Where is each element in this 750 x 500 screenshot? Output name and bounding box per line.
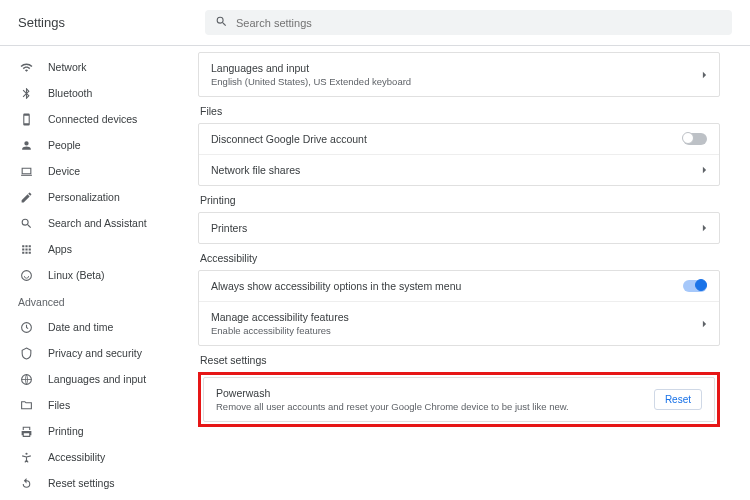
svg-point-3 xyxy=(25,452,27,454)
device-icon xyxy=(18,163,34,179)
a11y-panel: Always show accessibility options in the… xyxy=(198,270,720,346)
row-title: Powerwash xyxy=(216,387,654,399)
sidebar-item-device[interactable]: Device xyxy=(18,158,190,184)
folder-icon xyxy=(18,397,34,413)
sidebar: Network Bluetooth Connected devices Peop… xyxy=(0,46,190,500)
header: Settings xyxy=(0,0,750,46)
sidebar-item-label: Privacy and security xyxy=(48,347,142,359)
person-icon xyxy=(18,137,34,153)
chevron-right-icon xyxy=(702,69,707,81)
row-always-show-a11y[interactable]: Always show accessibility options in the… xyxy=(199,271,719,302)
toggle-always-a11y[interactable] xyxy=(683,280,707,292)
printer-icon xyxy=(18,423,34,439)
linux-icon xyxy=(18,267,34,283)
row-disconnect-drive[interactable]: Disconnect Google Drive account xyxy=(199,124,719,155)
search-icon xyxy=(215,15,228,30)
reset-button[interactable]: Reset xyxy=(654,389,702,410)
chevron-right-icon xyxy=(702,318,707,330)
main: Languages and inputEnglish (United State… xyxy=(190,46,750,500)
sidebar-item-printing[interactable]: Printing xyxy=(18,418,190,444)
sidebar-item-label: Search and Assistant xyxy=(48,217,147,229)
apps-icon xyxy=(18,241,34,257)
svg-point-0 xyxy=(21,270,31,280)
reset-panel: PowerwashRemove all user accounts and re… xyxy=(203,377,715,422)
row-languages[interactable]: Languages and inputEnglish (United State… xyxy=(199,53,719,96)
sidebar-item-privacy[interactable]: Privacy and security xyxy=(18,340,190,366)
sidebar-item-apps[interactable]: Apps xyxy=(18,236,190,262)
section-reset-heading: Reset settings xyxy=(200,354,720,366)
sidebar-item-label: Accessibility xyxy=(48,451,105,463)
sidebar-item-label: Network xyxy=(48,61,87,73)
row-title: Network file shares xyxy=(211,164,702,176)
bluetooth-icon xyxy=(18,85,34,101)
row-network-shares[interactable]: Network file shares xyxy=(199,155,719,185)
page-title: Settings xyxy=(18,15,65,30)
sidebar-item-personalization[interactable]: Personalization xyxy=(18,184,190,210)
row-powerwash: PowerwashRemove all user accounts and re… xyxy=(204,378,714,421)
files-panel: Disconnect Google Drive account Network … xyxy=(198,123,720,186)
sidebar-item-linux[interactable]: Linux (Beta) xyxy=(18,262,190,288)
search-wrap[interactable] xyxy=(205,10,732,35)
section-printing-heading: Printing xyxy=(200,194,720,206)
row-manage-a11y[interactable]: Manage accessibility featuresEnable acce… xyxy=(199,302,719,345)
row-sub: English (United States), US Extended key… xyxy=(211,76,702,87)
sidebar-item-label: Personalization xyxy=(48,191,120,203)
section-a11y-heading: Accessibility xyxy=(200,252,720,264)
row-title: Languages and input xyxy=(211,62,702,74)
search-input[interactable] xyxy=(236,17,722,29)
row-printers[interactable]: Printers xyxy=(199,213,719,243)
pencil-icon xyxy=(18,189,34,205)
wifi-icon xyxy=(18,59,34,75)
reset-icon xyxy=(18,475,34,491)
row-sub: Remove all user accounts and reset your … xyxy=(216,401,654,412)
globe-icon xyxy=(18,371,34,387)
chevron-right-icon xyxy=(702,164,707,176)
sidebar-item-people[interactable]: People xyxy=(18,132,190,158)
sidebar-item-label: Date and time xyxy=(48,321,113,333)
sidebar-item-date[interactable]: Date and time xyxy=(18,314,190,340)
search-icon xyxy=(18,215,34,231)
sidebar-item-label: Printing xyxy=(48,425,84,437)
lang-panel: Languages and inputEnglish (United State… xyxy=(198,52,720,97)
sidebar-item-label: Reset settings xyxy=(48,477,115,489)
printing-panel: Printers xyxy=(198,212,720,244)
accessibility-icon xyxy=(18,449,34,465)
sidebar-item-bluetooth[interactable]: Bluetooth xyxy=(18,80,190,106)
sidebar-item-label: Files xyxy=(48,399,70,411)
highlight-box: PowerwashRemove all user accounts and re… xyxy=(198,372,720,427)
sidebar-item-a11y[interactable]: Accessibility xyxy=(18,444,190,470)
row-title: Printers xyxy=(211,222,702,234)
section-files-heading: Files xyxy=(200,105,720,117)
sidebar-item-network[interactable]: Network xyxy=(18,54,190,80)
toggle-disconnect-drive[interactable] xyxy=(683,133,707,145)
sidebar-item-search[interactable]: Search and Assistant xyxy=(18,210,190,236)
sidebar-item-label: Connected devices xyxy=(48,113,137,125)
sidebar-item-label: Apps xyxy=(48,243,72,255)
sidebar-item-label: People xyxy=(48,139,81,151)
row-title: Manage accessibility features xyxy=(211,311,702,323)
sidebar-item-connected[interactable]: Connected devices xyxy=(18,106,190,132)
sidebar-item-files[interactable]: Files xyxy=(18,392,190,418)
sidebar-advanced-heading: Advanced xyxy=(18,288,190,314)
sidebar-item-label: Device xyxy=(48,165,80,177)
sidebar-item-label: Bluetooth xyxy=(48,87,92,99)
sidebar-item-reset[interactable]: Reset settings xyxy=(18,470,190,496)
shield-icon xyxy=(18,345,34,361)
row-sub: Enable accessibility features xyxy=(211,325,702,336)
sidebar-item-label: Linux (Beta) xyxy=(48,269,105,281)
phone-icon xyxy=(18,111,34,127)
sidebar-item-lang[interactable]: Languages and input xyxy=(18,366,190,392)
chevron-right-icon xyxy=(702,222,707,234)
row-title: Always show accessibility options in the… xyxy=(211,280,683,292)
sidebar-item-label: Languages and input xyxy=(48,373,146,385)
row-title: Disconnect Google Drive account xyxy=(211,133,683,145)
clock-icon xyxy=(18,319,34,335)
